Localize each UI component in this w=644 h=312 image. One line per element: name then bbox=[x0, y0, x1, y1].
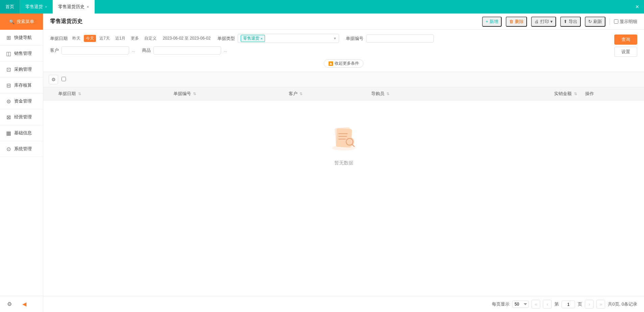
customer-input[interactable] bbox=[62, 46, 129, 54]
operations-icon: ⊠ bbox=[5, 114, 11, 120]
print-arrow-icon: ▾ bbox=[550, 19, 553, 24]
date-range-value: 2023-06-02 至 2023-06-02 bbox=[163, 36, 210, 41]
page-number-input[interactable] bbox=[562, 300, 575, 308]
sales-mgmt-icon: ◫ bbox=[5, 50, 11, 57]
filter-row-2: 客户 ... 商品 ... bbox=[50, 46, 607, 54]
date-opt-7days[interactable]: 近7天 bbox=[97, 35, 112, 42]
display-detail-checkbox[interactable] bbox=[614, 19, 618, 24]
date-opt-yesterday[interactable]: 昨天 bbox=[70, 35, 82, 42]
tab-home-label: 首页 bbox=[5, 4, 14, 10]
th-number[interactable]: 单据编号 ⇅ bbox=[169, 87, 285, 101]
finance-icon: ⊜ bbox=[5, 98, 11, 104]
table-toolbar: ⚙ bbox=[43, 72, 644, 87]
display-detail-label[interactable]: 显示明细 bbox=[620, 19, 637, 25]
sidebar-item-operations-label: 经营管理 bbox=[14, 114, 32, 120]
empty-state: 暂无数据 bbox=[43, 101, 644, 186]
purchase-mgmt-icon: ⊡ bbox=[5, 66, 11, 72]
tab-retail-return-history-close[interactable]: × bbox=[87, 5, 89, 9]
filter-doc-type: 单据类型 零售退货 × ▾ bbox=[217, 34, 339, 43]
th-customer[interactable]: 客户 ⇅ bbox=[285, 87, 367, 101]
first-page-button[interactable]: « bbox=[531, 300, 540, 309]
delete-icon: 🗑 bbox=[509, 19, 514, 24]
sidebar-item-sales-mgmt-label: 销售管理 bbox=[14, 50, 32, 57]
query-button[interactable]: 查询 bbox=[614, 35, 637, 45]
print-button[interactable]: 🖨 打印 ▾ bbox=[531, 17, 556, 27]
sidebar-settings-button[interactable]: ⚙ bbox=[4, 299, 15, 310]
filter-right-buttons: 查询 设置 bbox=[607, 34, 637, 57]
per-page-label: 每页显示 bbox=[492, 301, 509, 307]
th-date[interactable]: 单据日期 ⇅ bbox=[54, 87, 169, 101]
doc-type-tag-close[interactable]: × bbox=[261, 37, 263, 41]
add-button[interactable]: + 新增 bbox=[482, 17, 502, 27]
sidebar-item-purchase-mgmt-label: 采购管理 bbox=[14, 66, 32, 72]
page-title: 零售退货历史 bbox=[50, 18, 82, 25]
add-label: 新增 bbox=[490, 19, 498, 25]
sidebar-item-purchase-mgmt[interactable]: ⊡ 采购管理 bbox=[0, 62, 43, 77]
last-page-icon: » bbox=[599, 302, 602, 307]
table-header-row: 单据日期 ⇅ 单据编号 ⇅ 客户 ⇅ bbox=[43, 87, 644, 101]
sidebar-item-system-mgmt[interactable]: ⊙ 系统管理 bbox=[0, 141, 43, 157]
doc-type-label: 单据类型 bbox=[217, 36, 235, 42]
table-head: 单据日期 ⇅ 单据编号 ⇅ 客户 ⇅ bbox=[43, 87, 644, 101]
goods-input[interactable] bbox=[153, 46, 221, 54]
per-page-select[interactable]: 50 10 20 100 bbox=[512, 300, 529, 308]
date-opt-1month[interactable]: 近1月 bbox=[113, 35, 128, 42]
sidebar-volume-button[interactable]: ◀ bbox=[19, 299, 30, 310]
table-column-settings-button[interactable]: ⚙ bbox=[49, 75, 58, 84]
window-close-icon: × bbox=[636, 3, 639, 10]
sidebar-item-sales-mgmt[interactable]: ◫ 销售管理 bbox=[0, 46, 43, 62]
tab-retail-return-close[interactable]: × bbox=[45, 5, 47, 9]
filter-date: 单据日期 昨天 今天 近7天 近1月 更多 自定义 2023-06-02 至 2… bbox=[50, 35, 211, 42]
filter-fields: 单据日期 昨天 今天 近7天 近1月 更多 自定义 2023-06-02 至 2… bbox=[50, 34, 607, 58]
sidebar-item-operations[interactable]: ⊠ 经营管理 bbox=[0, 109, 43, 125]
sidebar-search[interactable]: 🔍 搜索菜单 bbox=[0, 14, 43, 30]
sidebar-item-basic-info[interactable]: ▦ 基础信息 bbox=[0, 125, 43, 141]
th-checkbox bbox=[43, 87, 54, 101]
sidebar-item-quick-nav[interactable]: ⊞ 快捷导航 bbox=[0, 30, 43, 46]
sidebar-item-finance[interactable]: ⊜ 资金管理 bbox=[0, 93, 43, 109]
date-opt-today[interactable]: 今天 bbox=[84, 35, 96, 42]
print-label: 打印 bbox=[540, 19, 549, 25]
prev-page-button[interactable]: ‹ bbox=[543, 300, 552, 309]
filter-doc-number: 单据编号 bbox=[346, 35, 434, 43]
th-guide[interactable]: 导购员 ⇅ bbox=[367, 87, 466, 101]
th-amount-label: 实销金额 bbox=[554, 91, 572, 96]
tab-retail-return[interactable]: 零售退货 × bbox=[20, 0, 53, 14]
data-table: 单据日期 ⇅ 单据编号 ⇅ 客户 ⇅ bbox=[43, 87, 644, 101]
export-label: 导出 bbox=[569, 19, 577, 25]
sidebar: 🔍 搜索菜单 ⊞ 快捷导航 ◫ 销售管理 ⊡ 采购管理 ⊟ 库存核算 ⊜ 资金管 bbox=[0, 14, 43, 312]
sidebar-footer: ⚙ ◀ bbox=[0, 296, 43, 312]
doc-type-arrow-icon[interactable]: ▾ bbox=[334, 36, 336, 41]
filter-settings-button[interactable]: 设置 bbox=[614, 47, 637, 57]
page-header: 零售退货历史 + 新增 🗑 删除 🖨 打印 ▾ ⬆ 导出 bbox=[43, 14, 644, 30]
date-opt-custom[interactable]: 自定义 bbox=[142, 35, 159, 42]
last-page-button[interactable]: » bbox=[596, 300, 605, 309]
doc-number-input[interactable] bbox=[366, 35, 434, 43]
filter-row-1: 单据日期 昨天 今天 近7天 近1月 更多 自定义 2023-06-02 至 2… bbox=[50, 34, 607, 43]
collapse-button[interactable]: 🔼 收起更多条件 bbox=[324, 59, 363, 68]
collapse-label: 收起更多条件 bbox=[335, 61, 359, 66]
select-all-checkbox[interactable] bbox=[62, 77, 66, 81]
window-close-button[interactable]: × bbox=[630, 0, 644, 14]
refresh-icon: ↻ bbox=[588, 19, 592, 24]
sidebar-item-finance-label: 资金管理 bbox=[14, 98, 32, 104]
date-opt-more[interactable]: 更多 bbox=[129, 35, 141, 42]
delete-button[interactable]: 🗑 删除 bbox=[506, 17, 527, 27]
goods-dots[interactable]: ... bbox=[224, 48, 227, 53]
export-button[interactable]: ⬆ 导出 bbox=[560, 17, 581, 27]
sidebar-item-quick-nav-label: 快捷导航 bbox=[14, 35, 32, 41]
refresh-button[interactable]: ↻ 刷新 bbox=[585, 17, 605, 27]
th-guide-sort-icon: ⇅ bbox=[386, 92, 389, 96]
next-page-button[interactable]: › bbox=[585, 300, 594, 309]
volume-icon: ◀ bbox=[22, 301, 26, 307]
doc-type-tag: 零售退货 × bbox=[241, 35, 265, 42]
table-area: ⚙ 单据日期 ⇅ bbox=[43, 72, 644, 296]
tab-retail-return-history[interactable]: 零售退货历史 × bbox=[53, 0, 94, 14]
th-guide-label: 导购员 bbox=[371, 91, 384, 96]
sidebar-item-inventory[interactable]: ⊟ 库存核算 bbox=[0, 77, 43, 93]
customer-dots[interactable]: ... bbox=[132, 48, 135, 53]
doc-type-select[interactable]: 零售退货 × ▾ bbox=[238, 34, 339, 43]
tab-home[interactable]: 首页 bbox=[0, 0, 20, 14]
sidebar-item-system-mgmt-label: 系统管理 bbox=[14, 146, 32, 152]
th-amount[interactable]: 实销金额 ⇅ bbox=[466, 87, 581, 101]
